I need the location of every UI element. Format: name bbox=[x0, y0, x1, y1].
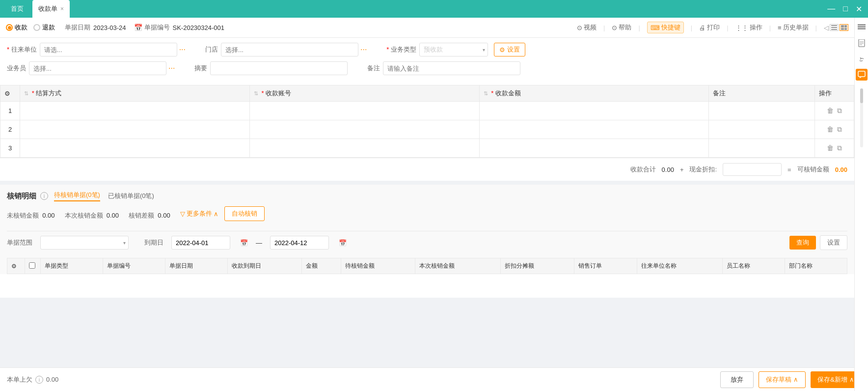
shop-more-icon[interactable]: ··· bbox=[360, 45, 367, 54]
delete-row-3-icon[interactable]: 🗑 bbox=[826, 143, 835, 153]
remark-label: 备注 bbox=[367, 64, 380, 73]
svg-rect-7 bbox=[858, 71, 865, 77]
account-cell-1[interactable] bbox=[249, 102, 479, 120]
help-button[interactable]: ⊙ 帮助 bbox=[612, 23, 631, 32]
remark-input[interactable] bbox=[383, 61, 520, 75]
business-type-label: 业务类型 bbox=[386, 45, 416, 54]
save-draft-button[interactable]: 保存草稿 ∧ bbox=[759, 371, 806, 388]
sidebar-chat-icon[interactable] bbox=[856, 69, 868, 81]
due-from-calendar-icon[interactable]: 📅 bbox=[240, 239, 248, 247]
home-tab[interactable]: 首页 bbox=[4, 0, 30, 18]
remark-col-header: 备注 bbox=[709, 85, 815, 102]
receipt-radio[interactable]: 收款 bbox=[6, 23, 27, 32]
account-cell-3[interactable] bbox=[249, 139, 479, 158]
layout-list-icon[interactable] bbox=[830, 24, 839, 31]
equals-sign: = bbox=[787, 166, 791, 173]
setting-button[interactable]: ⚙ 设置 bbox=[494, 43, 525, 56]
layout-icons: ◁ bbox=[824, 24, 848, 31]
minimize-button[interactable]: — bbox=[825, 4, 837, 13]
footer-info-icon[interactable]: i bbox=[35, 376, 43, 384]
save-new-arrow-icon: ∧ bbox=[849, 376, 854, 383]
bottom-gear-header[interactable]: ⚙ bbox=[7, 258, 25, 274]
due-label: 到期日 bbox=[144, 238, 163, 247]
writeoff-setting-button[interactable]: 设置 bbox=[820, 235, 847, 250]
discount-amount-header: 折扣分摊额 bbox=[500, 258, 574, 274]
writeoff-info-icon[interactable]: i bbox=[40, 192, 48, 200]
receipt-radio-label: 收款 bbox=[15, 23, 27, 32]
remark-cell-3[interactable] bbox=[709, 139, 815, 158]
sidebar-doc-icon[interactable] bbox=[856, 37, 868, 49]
receipt-tab[interactable]: 收款单 × bbox=[32, 0, 70, 18]
pending-tab[interactable]: 待核销单据(0笔) bbox=[54, 191, 100, 201]
doc-date-header: 单据日期 bbox=[165, 258, 228, 274]
sidebar-table-icon[interactable] bbox=[856, 22, 868, 33]
settlement-cell-1[interactable] bbox=[20, 102, 250, 120]
discount-input[interactable] bbox=[723, 163, 782, 176]
range-select[interactable] bbox=[40, 236, 129, 250]
select-all-checkbox[interactable] bbox=[29, 262, 35, 269]
date-value: 2023-03-24 bbox=[93, 24, 126, 31]
delete-row-1-icon[interactable]: 🗑 bbox=[826, 106, 835, 115]
remark-cell-1[interactable] bbox=[709, 102, 815, 120]
copy-row-2-icon[interactable]: ⧉ bbox=[836, 124, 843, 134]
plus-sign: + bbox=[680, 166, 684, 173]
unchecked-value: 0.00 bbox=[42, 212, 54, 219]
help-icon: ⊙ bbox=[612, 24, 617, 31]
maximize-button[interactable]: □ bbox=[841, 4, 850, 13]
sidebar-link-icon[interactable] bbox=[856, 53, 868, 65]
summary-input[interactable] bbox=[210, 61, 348, 75]
copy-row-1-icon[interactable]: ⧉ bbox=[836, 106, 843, 115]
query-button[interactable]: 查询 bbox=[789, 236, 816, 250]
settlement-col-header: 结算方式 bbox=[20, 85, 250, 102]
gear-icon[interactable]: ⚙ bbox=[4, 90, 10, 97]
scrollbar-thumb[interactable] bbox=[860, 88, 863, 103]
print-button[interactable]: 🖨 打印 bbox=[699, 23, 720, 32]
current-writeoff-value: 0.00 bbox=[107, 212, 119, 219]
receipt-radio-circle bbox=[6, 24, 13, 31]
copy-row-3-icon[interactable]: ⧉ bbox=[836, 143, 843, 153]
due-to-input[interactable] bbox=[270, 236, 329, 250]
receipt-table: ⚙ 结算方式 收款账号 收款金额 备注 操作 1 bbox=[0, 85, 854, 158]
diff-label: 核销差额 0.00 bbox=[129, 211, 170, 220]
settlement-cell-3[interactable] bbox=[20, 139, 250, 158]
account-cell-2[interactable] bbox=[249, 120, 479, 139]
delete-row-2-icon[interactable]: 🗑 bbox=[826, 124, 835, 134]
remark-cell-2[interactable] bbox=[709, 120, 815, 139]
due-from-input[interactable] bbox=[171, 236, 230, 250]
counterpart-input[interactable] bbox=[40, 43, 177, 56]
bottom-check-header[interactable] bbox=[25, 258, 41, 274]
salesperson-input[interactable] bbox=[29, 61, 166, 75]
counterpart-label: 往来单位 bbox=[7, 45, 37, 54]
layout-prev-icon[interactable]: ◁ bbox=[824, 24, 829, 31]
salesperson-more-icon[interactable]: ··· bbox=[168, 64, 175, 73]
svg-rect-0 bbox=[858, 24, 866, 26]
counterpart-more-icon[interactable]: ··· bbox=[179, 45, 186, 54]
video-button[interactable]: ⊙ 视频 bbox=[577, 23, 597, 32]
result-value: 0.00 bbox=[835, 166, 847, 173]
done-tab[interactable]: 已核销单据(0笔) bbox=[108, 192, 154, 200]
writeoff-title: 核销明细 bbox=[7, 192, 36, 201]
footer-current-value: 0.00 bbox=[46, 376, 58, 383]
layout-grid-icon[interactable] bbox=[840, 24, 848, 31]
shop-input[interactable] bbox=[221, 43, 358, 56]
close-tab-icon[interactable]: × bbox=[60, 5, 64, 12]
abandon-button[interactable]: 放弃 bbox=[720, 371, 754, 388]
save-new-button[interactable]: 保存&新增 ∧ bbox=[811, 371, 861, 388]
amount-cell-1[interactable] bbox=[479, 102, 709, 120]
refund-radio[interactable]: 退款 bbox=[33, 23, 55, 32]
due-to-calendar-icon[interactable]: 📅 bbox=[339, 239, 347, 247]
settlement-cell-2[interactable] bbox=[20, 120, 250, 139]
calendar-icon[interactable]: 📅 bbox=[134, 24, 142, 31]
shortcut-button[interactable]: ⌨ 快捷键 bbox=[647, 22, 684, 33]
current-amount-header: 本次核销金额 bbox=[415, 258, 500, 274]
gear-col-header[interactable]: ⚙ bbox=[0, 85, 20, 102]
close-window-button[interactable]: ✕ bbox=[854, 4, 864, 14]
date-label: 单据日期 bbox=[65, 23, 90, 32]
more-conditions-button[interactable]: ▽ 更多条件 ∧ bbox=[180, 209, 218, 218]
operate-button[interactable]: ⋮⋮ 操作 bbox=[735, 23, 762, 32]
amount-cell-3[interactable] bbox=[479, 139, 709, 158]
auto-writeoff-button[interactable]: 自动核销 bbox=[224, 206, 265, 221]
business-type-input[interactable] bbox=[419, 43, 488, 56]
amount-cell-2[interactable] bbox=[479, 120, 709, 139]
history-button[interactable]: ≡ 历史单据 bbox=[778, 23, 809, 32]
